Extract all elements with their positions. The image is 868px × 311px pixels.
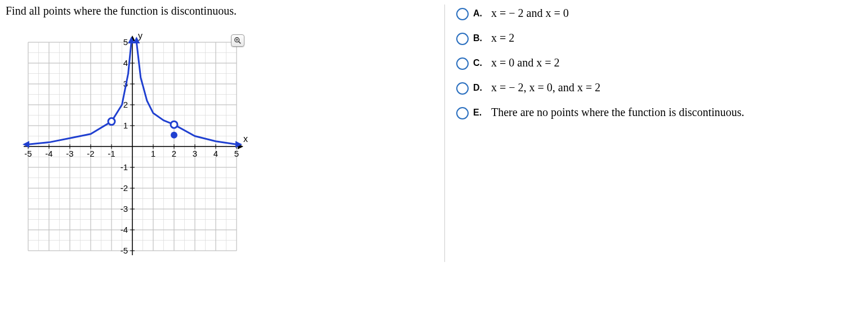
- option-letter: C.: [473, 58, 484, 68]
- option-text: x = − 2 and x = 0: [491, 7, 569, 20]
- svg-text:-5: -5: [121, 246, 128, 255]
- radio-icon: [456, 33, 469, 45]
- radio-icon: [456, 107, 469, 119]
- svg-text:-4: -4: [121, 225, 128, 234]
- svg-text:x: x: [243, 134, 248, 144]
- svg-text:-2: -2: [121, 183, 128, 193]
- svg-text:5: 5: [123, 37, 128, 47]
- option-d[interactable]: D. x = − 2, x = 0, and x = 2: [456, 81, 862, 95]
- option-letter: B.: [473, 33, 484, 43]
- option-text: There are no points where the function i…: [491, 106, 744, 119]
- radio-icon: [456, 82, 469, 95]
- option-c[interactable]: C. x = 0 and x = 2: [456, 56, 862, 70]
- option-a[interactable]: A. x = − 2 and x = 0: [456, 7, 862, 20]
- svg-text:3: 3: [193, 149, 197, 158]
- svg-text:1: 1: [151, 149, 155, 158]
- radio-icon: [456, 57, 469, 70]
- question-text: Find all points where the function is di…: [6, 5, 433, 17]
- answers-panel: A. x = − 2 and x = 0 B. x = 2 C. x = 0 a…: [445, 5, 862, 262]
- svg-text:1: 1: [123, 121, 128, 130]
- svg-text:-3: -3: [121, 204, 128, 214]
- svg-text:5: 5: [234, 149, 239, 158]
- option-text: x = 2: [491, 32, 514, 45]
- magnifier-icon: [234, 37, 242, 45]
- option-e[interactable]: E. There are no points where the functio…: [456, 106, 862, 119]
- question-panel: Find all points where the function is di…: [6, 5, 445, 262]
- option-letter: D.: [473, 83, 484, 93]
- svg-text:-5: -5: [24, 149, 32, 158]
- svg-text:-4: -4: [45, 149, 52, 158]
- option-b[interactable]: B. x = 2: [456, 32, 862, 45]
- svg-point-120: [171, 132, 177, 139]
- svg-text:2: 2: [172, 149, 176, 158]
- radio-icon: [456, 8, 469, 20]
- option-letter: E.: [473, 108, 484, 118]
- svg-line-1: [239, 42, 241, 44]
- svg-point-119: [171, 121, 177, 128]
- svg-text:2: 2: [123, 100, 128, 109]
- function-graph: -5-4-3-2-112345-5-4-3-2-112345xy: [17, 31, 248, 262]
- zoom-button[interactable]: [231, 34, 244, 47]
- svg-text:-3: -3: [66, 149, 73, 158]
- svg-text:-2: -2: [87, 149, 94, 158]
- option-text: x = − 2, x = 0, and x = 2: [491, 81, 600, 94]
- option-text: x = 0 and x = 2: [491, 56, 559, 69]
- svg-text:y: y: [138, 31, 143, 41]
- svg-text:-1: -1: [108, 149, 115, 158]
- svg-text:-1: -1: [121, 162, 128, 172]
- option-letter: A.: [473, 8, 484, 19]
- options-list: A. x = − 2 and x = 0 B. x = 2 C. x = 0 a…: [456, 7, 862, 119]
- svg-text:4: 4: [213, 149, 218, 158]
- svg-text:4: 4: [123, 58, 128, 68]
- svg-point-118: [108, 118, 115, 125]
- graph-container: -5-4-3-2-112345-5-4-3-2-112345xy: [17, 31, 248, 262]
